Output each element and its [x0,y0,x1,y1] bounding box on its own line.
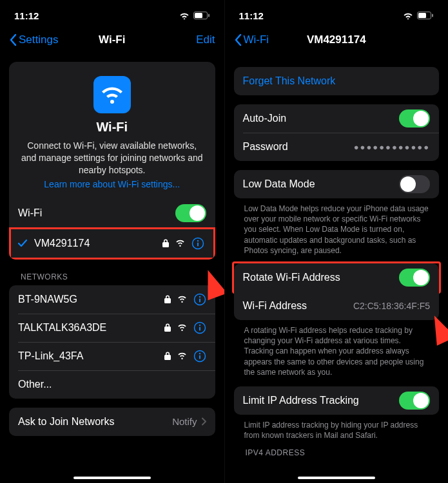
status-time: 11:12 [14,10,39,21]
hero-learn-more-link[interactable]: Learn more about Wi-Fi settings... [44,179,180,189]
autojoin-switch[interactable] [399,109,430,128]
forget-label: Forget This Network [243,75,431,87]
forget-group: Forget This Network [234,67,440,95]
battery-icon [193,12,210,19]
ipv4-header: IPV4 ADDRESS [234,440,440,461]
svg-rect-16 [418,13,426,18]
other-network-row[interactable]: Other... [9,370,215,399]
lowdata-row: Low Data Mode [234,170,440,198]
autojoin-label: Auto-Join [243,113,400,124]
chevron-left-icon [9,33,17,46]
wifi-signal-icon [177,296,187,303]
network-name: TP-Link_43FA [18,350,164,362]
wifi-signal-icon [177,352,187,359]
checkmark-icon [17,239,30,248]
wifi-signal-icon [177,324,187,331]
status-icons [403,12,434,19]
rotate-row: Rotate Wi-Fi Address [234,263,440,292]
back-button[interactable]: Settings [9,33,58,46]
svg-point-7 [199,296,200,297]
back-button[interactable]: Wi-Fi [234,33,269,46]
wifi-toggle-group: Wi-Fi VM4291174 [9,199,215,260]
svg-point-10 [199,324,200,325]
wifi-status-icon [179,12,190,19]
status-time: 11:12 [239,10,264,21]
chevron-left-icon [234,33,242,46]
svg-rect-17 [432,14,433,17]
chevron-right-icon [201,417,206,426]
battery-icon [417,12,434,19]
wifi-switch[interactable] [175,204,206,222]
connected-network-row[interactable]: VM4291174 [11,229,213,258]
edit-button[interactable]: Edit [196,33,215,46]
rotate-label: Rotate Wi-Fi Address [243,272,400,283]
wifi-hero: Wi-Fi Connect to Wi-Fi, view available n… [9,62,215,199]
svg-rect-8 [199,298,200,302]
rotate-group: Rotate Wi-Fi Address [234,263,440,292]
home-indicator[interactable] [73,477,151,479]
network-name: BT-9NAW5G [18,294,164,305]
hero-title: Wi-Fi [21,120,204,135]
svg-rect-5 [197,242,199,246]
rotate-footer: A rotating Wi-Fi address helps reduce tr… [234,320,440,377]
home-indicator[interactable] [298,477,375,479]
back-label: Settings [19,33,58,46]
limit-group: Limit IP Address Tracking [234,386,440,415]
password-value: ●●●●●●●●●●●● [354,142,430,152]
info-icon[interactable] [191,237,204,250]
svg-point-13 [199,352,200,354]
lock-icon [164,323,171,332]
autojoin-row: Auto-Join [234,104,440,133]
wifiaddr-value: C2:C5:18:36:4F:F5 [353,301,430,311]
ask-label: Ask to Join Networks [18,416,172,428]
status-bar: 11:12 [225,0,449,26]
wifi-toggle-row: Wi-Fi [9,199,215,227]
ask-join-row[interactable]: Ask to Join Networks Notify [9,408,215,436]
lowdata-switch[interactable] [399,175,430,193]
ask-join-group: Ask to Join Networks Notify [9,408,215,436]
info-icon[interactable] [193,321,206,334]
network-row[interactable]: BT-9NAW5G [9,285,215,314]
lock-icon [164,352,171,360]
svg-rect-14 [199,355,200,359]
network-row[interactable]: TP-Link_43FA [9,342,215,370]
right-pane: 11:12 Wi-Fi VM4291174 Forget This Networ… [224,0,449,483]
wifi-app-icon [93,76,131,113]
nav-bar: Wi-Fi VM4291174 [225,26,449,54]
limit-footer: Limit IP address tracking by hiding your… [234,415,440,440]
svg-point-4 [197,240,198,241]
networks-list: BT-9NAW5G TALKTALK36A3DE TP-Link_43FA [9,285,215,399]
join-group: Auto-Join Password ●●●●●●●●●●●● [234,104,440,161]
limit-label: Limit IP Address Tracking [243,395,400,406]
wifi-status-icon [403,12,413,19]
wifiaddr-group: Wi-Fi Address C2:C5:18:36:4F:F5 [234,292,440,320]
connected-network-name: VM4291174 [34,238,162,249]
left-pane: 11:12 Settings Wi-Fi Edit Wi-Fi Connect … [0,0,224,483]
ask-value: Notify [172,416,197,427]
info-icon[interactable] [193,350,206,363]
hero-body: Connect to Wi-Fi, view available network… [21,140,204,176]
svg-rect-1 [195,13,202,18]
networks-header: NETWORKS [9,260,215,285]
forget-network-button[interactable]: Forget This Network [234,67,440,95]
status-icons [179,12,210,19]
lock-icon [162,239,169,247]
password-row[interactable]: Password ●●●●●●●●●●●● [234,133,440,161]
lowdata-footer: Low Data Mode helps reduce your iPhone d… [234,198,440,256]
svg-rect-11 [199,327,200,330]
lowdata-group: Low Data Mode [234,170,440,198]
wifi-toggle-label: Wi-Fi [18,207,175,219]
limit-switch[interactable] [399,392,430,410]
back-label: Wi-Fi [244,33,269,46]
limit-row: Limit IP Address Tracking [234,386,440,415]
other-label: Other... [18,379,206,390]
info-icon[interactable] [193,293,206,306]
status-bar: 11:12 [0,0,224,26]
lock-icon [164,295,171,303]
lowdata-label: Low Data Mode [243,178,400,190]
wifiaddr-row: Wi-Fi Address C2:C5:18:36:4F:F5 [234,292,440,320]
rotate-switch[interactable] [399,269,430,287]
nav-bar: Settings Wi-Fi Edit [0,26,224,54]
wifi-signal-icon [175,240,185,247]
network-row[interactable]: TALKTALK36A3DE [9,314,215,342]
